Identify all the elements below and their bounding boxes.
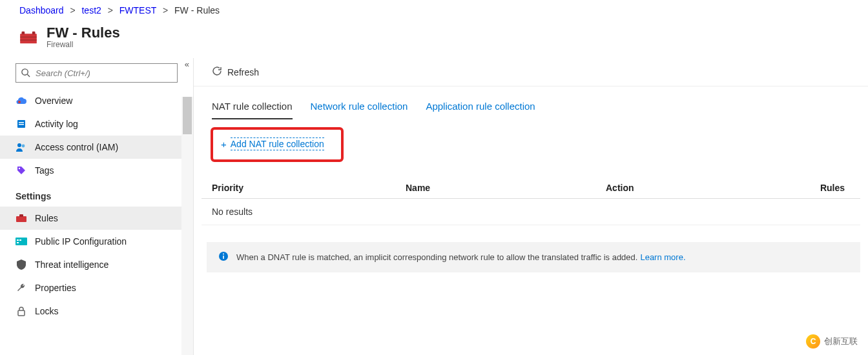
svg-rect-3: [20, 37, 37, 37]
search-input[interactable]: [16, 63, 178, 83]
info-banner: When a DNAT rule is matched, an implicit…: [207, 242, 860, 272]
svg-point-5: [22, 69, 28, 75]
svg-rect-22: [223, 256, 224, 259]
svg-point-23: [223, 254, 224, 255]
add-nat-rule-collection-button[interactable]: + Add NAT rule collection: [214, 134, 331, 154]
page-header: FW - Rules Firewall: [0, 21, 868, 58]
rules-table: Priority Name Action Rules No results: [202, 178, 860, 225]
sidebar-item-rules[interactable]: Rules: [0, 207, 193, 230]
breadcrumb-link[interactable]: Dashboard: [19, 5, 64, 15]
rule-tabs: NAT rule collection Network rule collect…: [194, 86, 868, 119]
sidebar-search: [16, 63, 178, 83]
sidebar-item-label: Rules: [35, 213, 58, 223]
toolbox-icon: [16, 212, 27, 224]
svg-rect-15: [19, 214, 23, 217]
sidebar-scrollbar[interactable]: [181, 97, 193, 355]
svg-rect-0: [20, 34, 37, 43]
svg-rect-4: [20, 40, 37, 41]
sidebar-item-threat-intel[interactable]: Threat intelligence: [0, 253, 193, 276]
refresh-button[interactable]: Refresh: [212, 66, 259, 78]
tab-nat-rules[interactable]: NAT rule collection: [212, 101, 293, 119]
breadcrumb-link[interactable]: FWTEST: [119, 5, 156, 15]
divider: [202, 225, 860, 225]
wrench-icon: [16, 282, 27, 294]
info-icon: [218, 251, 229, 263]
breadcrumb-link[interactable]: test2: [81, 5, 101, 15]
breadcrumb: Dashboard > test2 > FWTEST > FW - Rules: [0, 0, 868, 21]
sidebar-item-activity-log[interactable]: Activity log: [0, 112, 193, 136]
sidebar-item-public-ip[interactable]: Public IP Configuration: [0, 230, 193, 253]
svg-rect-18: [19, 239, 21, 241]
learn-more-link[interactable]: Learn more.: [640, 252, 685, 262]
refresh-label: Refresh: [227, 67, 259, 77]
chevron-right-icon: >: [108, 5, 113, 15]
lock-icon: [16, 305, 27, 317]
svg-rect-9: [19, 122, 24, 123]
page-subtitle: Firewall: [46, 40, 120, 49]
watermark-text: 创新互联: [824, 336, 858, 347]
firewall-icon: [19, 30, 37, 45]
ip-icon: [16, 236, 27, 247]
table-header-row: Priority Name Action Rules: [202, 178, 860, 199]
scrollbar-thumb[interactable]: [183, 97, 192, 134]
sidebar-item-properties[interactable]: Properties: [0, 276, 193, 299]
tab-application-rules[interactable]: Application rule collection: [426, 101, 535, 119]
sidebar-item-access-control[interactable]: Access control (IAM): [0, 136, 193, 159]
svg-rect-19: [17, 242, 19, 243]
sidebar-item-label: Tags: [35, 165, 54, 176]
main-content: Refresh NAT rule collection Network rule…: [194, 58, 868, 355]
sidebar-item-label: Properties: [35, 283, 76, 293]
add-button-label: Add NAT rule collection: [231, 137, 324, 150]
sidebar: « Overview Activity log Access control (…: [0, 58, 194, 355]
watermark: C 创新互联: [806, 334, 858, 349]
table-empty-state: No results: [202, 199, 860, 225]
breadcrumb-current: FW - Rules: [174, 5, 220, 15]
tab-network-rules[interactable]: Network rule collection: [311, 101, 408, 119]
col-rules: Rules: [800, 183, 850, 193]
sidebar-item-label: Threat intelligence: [35, 259, 108, 270]
tag-icon: [16, 165, 27, 176]
info-text: When a DNAT rule is matched, an implicit…: [236, 252, 637, 262]
chevron-right-icon: >: [70, 5, 75, 15]
svg-point-7: [18, 101, 21, 103]
svg-point-12: [22, 145, 25, 148]
svg-rect-14: [16, 216, 26, 222]
sidebar-item-label: Activity log: [35, 119, 78, 129]
refresh-icon: [212, 66, 222, 78]
svg-rect-20: [18, 310, 25, 316]
svg-point-11: [17, 143, 21, 147]
svg-rect-10: [19, 124, 24, 125]
sidebar-item-label: Overview: [35, 96, 72, 106]
add-highlight-annotation: + Add NAT rule collection: [211, 127, 344, 162]
col-name: Name: [406, 183, 606, 193]
search-icon: [21, 68, 30, 80]
command-bar: Refresh: [194, 58, 868, 86]
cloud-icon: [16, 95, 27, 107]
sidebar-item-label: Locks: [35, 306, 59, 316]
log-icon: [16, 118, 27, 130]
watermark-icon: C: [806, 334, 820, 349]
chevron-right-icon: >: [163, 5, 168, 15]
svg-rect-16: [16, 238, 27, 245]
col-action: Action: [606, 183, 800, 193]
page-title: FW - Rules: [46, 25, 120, 41]
people-icon: [16, 141, 27, 153]
svg-rect-2: [32, 32, 36, 35]
sidebar-group-settings: Settings: [0, 182, 193, 207]
plus-icon: +: [221, 139, 227, 150]
col-priority: Priority: [212, 183, 406, 193]
svg-rect-17: [17, 239, 19, 241]
sidebar-item-tags[interactable]: Tags: [0, 159, 193, 182]
sidebar-item-label: Access control (IAM): [35, 142, 118, 152]
svg-point-13: [19, 168, 20, 169]
collapse-sidebar-icon[interactable]: «: [185, 59, 189, 69]
svg-line-6: [27, 74, 30, 77]
sidebar-item-overview[interactable]: Overview: [0, 89, 193, 112]
sidebar-item-locks[interactable]: Locks: [0, 299, 193, 323]
svg-rect-1: [22, 32, 25, 35]
sidebar-item-label: Public IP Configuration: [35, 236, 127, 247]
shield-icon: [16, 259, 27, 270]
